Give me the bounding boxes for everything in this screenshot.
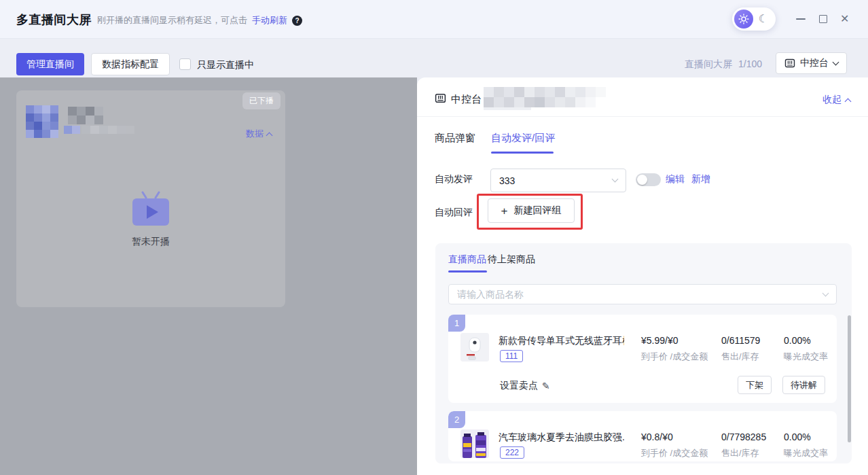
pager-count: 1/100 — [738, 58, 762, 71]
active-tab-underline — [491, 152, 554, 154]
new-reply-group-button[interactable]: + 新建回评组 — [488, 198, 575, 223]
pencil-icon: ✎ — [542, 381, 550, 391]
help-icon[interactable]: ? — [292, 16, 302, 26]
chevron-up-icon — [845, 98, 852, 105]
tab-pending-products[interactable]: 待上架商品 — [488, 253, 535, 266]
console-dropdown-label: 中控台 — [800, 57, 829, 69]
product-tag: 111 — [500, 350, 523, 362]
price-label: 到手价 /成交金额 — [641, 351, 708, 363]
top-bar: 多直播间大屏 刚开播的直播间显示稍有延迟，可点击 手动刷新 ? ☾ ✕ — [0, 0, 868, 39]
product-search-input[interactable] — [457, 289, 823, 300]
selling-point-label: 设置卖点 — [500, 380, 538, 392]
auto-send-toggle[interactable] — [636, 173, 661, 186]
chevron-up-icon — [266, 132, 273, 139]
active-tab-underline — [448, 270, 487, 272]
sold-stock-label: 售出/库存 — [721, 447, 759, 459]
tab-product-popup[interactable]: 商品弹窗 — [435, 132, 475, 145]
chevron-down-icon — [822, 289, 829, 296]
data-link-label: 数据 — [246, 128, 264, 140]
product-index-badge: 2 — [448, 411, 465, 428]
sun-icon — [738, 14, 749, 24]
price-label: 到手价 /成交金额 — [641, 447, 708, 459]
product-index-badge: 1 — [448, 315, 465, 332]
room-pager: 直播间大屏 1/100 — [685, 58, 762, 71]
price-value: ¥5.99/¥0 — [641, 335, 679, 346]
plus-icon: + — [501, 205, 508, 217]
auto-send-select-value: 333 — [499, 175, 515, 186]
toggle-knob — [637, 175, 647, 185]
app-title: 多直播间大屏 — [16, 12, 92, 28]
light-mode-button[interactable] — [734, 10, 753, 29]
redacted-room-name — [484, 87, 628, 110]
room-card: 已下播 数据 暂未开播 — [16, 90, 285, 307]
conversion-label: 曝光成交率 — [784, 351, 828, 363]
tab-live-products[interactable]: 直播商品 — [448, 253, 486, 266]
data-toggle-link[interactable]: 数据 — [246, 128, 272, 140]
auto-send-label: 自动发评 — [435, 173, 473, 186]
collapse-label: 收起 — [822, 94, 842, 106]
bottles-product-image — [460, 429, 489, 458]
divider — [417, 116, 868, 117]
product-thumbnail — [460, 429, 489, 458]
chevron-down-icon — [612, 176, 619, 183]
subtitle-text: 刚开播的直播间显示稍有延迟，可点击 — [97, 14, 247, 27]
product-card: 1 新款骨传导单耳式无线蓝牙耳机... 111 ¥5.99/¥0 到手价 /成交… — [448, 315, 837, 403]
sold-stock-label: 售出/库存 — [721, 351, 759, 363]
app-subtitle: 刚开播的直播间显示稍有延迟，可点击 手动刷新 ? — [97, 14, 302, 27]
new-reply-group-label: 新建回评组 — [513, 205, 561, 217]
window-close-icon[interactable]: ✕ — [840, 13, 849, 25]
offline-text: 暂未开播 — [16, 236, 285, 248]
chevron-down-icon — [833, 58, 839, 65]
window-minimize-icon[interactable] — [796, 18, 806, 20]
console-icon — [784, 58, 795, 69]
live-only-label: 只显示直播中 — [197, 59, 254, 71]
product-thumbnail — [460, 333, 489, 362]
manual-refresh-link[interactable]: 手动刷新 — [252, 14, 287, 27]
product-name: 新款骨传导单耳式无线蓝牙耳机... — [499, 335, 624, 347]
sold-stock-value: 0/611579 — [721, 335, 760, 346]
rooms-grid-background: 已下播 数据 暂未开播 — [0, 77, 417, 475]
product-search-select[interactable] — [448, 284, 837, 304]
edit-link[interactable]: 编辑 — [666, 173, 685, 186]
live-only-checkbox[interactable] — [179, 58, 191, 70]
conversion-value: 0.00% — [784, 432, 811, 442]
collapse-link[interactable]: 收起 — [822, 94, 850, 106]
conversion-value: 0.00% — [784, 335, 811, 346]
product-card: 2 汽车玻璃水夏季去油膜虫胶强... 222 ¥0.8/¥0 到手价 — [448, 411, 837, 461]
product-name: 汽车玻璃水夏季去油膜虫胶强... — [499, 432, 624, 444]
price-value: ¥0.8/¥0 — [641, 432, 673, 442]
dark-mode-button[interactable]: ☾ — [753, 9, 774, 29]
to-explain-button[interactable]: 待讲解 — [782, 376, 825, 394]
status-badge: 已下播 — [242, 92, 281, 109]
offline-placeholder: 暂未开播 — [16, 191, 285, 248]
auto-send-select[interactable]: 333 — [490, 169, 626, 192]
window-maximize-icon[interactable] — [819, 15, 827, 23]
product-tag: 222 — [500, 446, 524, 459]
manage-rooms-button[interactable]: 管理直播间 — [16, 53, 84, 75]
set-selling-point-link[interactable]: 设置卖点 ✎ — [500, 380, 550, 392]
pager-label: 直播间大屏 — [685, 58, 732, 71]
redacted-room-avatar-name — [26, 104, 148, 143]
sold-stock-value: 0/7798285 — [721, 432, 766, 442]
conversion-label: 曝光成交率 — [784, 447, 828, 459]
panel-title: 中控台 — [451, 93, 482, 106]
auto-reply-label: 自动回评 — [435, 207, 473, 219]
off-shelf-button[interactable]: 下架 — [738, 376, 772, 394]
theme-toggle[interactable]: ☾ — [732, 7, 776, 31]
console-panel: 中控台 收起 商品弹窗 自动发评/回评 自动发评 333 编辑 新增 自动回评 … — [417, 77, 868, 475]
console-dropdown-button[interactable]: 中控台 — [776, 52, 847, 74]
console-icon — [435, 92, 446, 104]
earbud-product-image — [460, 333, 489, 362]
scrollbar-thumb[interactable] — [848, 315, 851, 442]
add-link[interactable]: 新增 — [691, 173, 710, 186]
tab-auto-comment[interactable]: 自动发评/回评 — [491, 132, 555, 145]
metrics-config-button[interactable]: 数据指标配置 — [91, 53, 170, 75]
tv-play-icon — [130, 191, 172, 228]
products-container: 直播商品 待上架商品 1 新款骨传导单耳式无线蓝牙耳机... 111 ¥5.99… — [435, 243, 852, 463]
